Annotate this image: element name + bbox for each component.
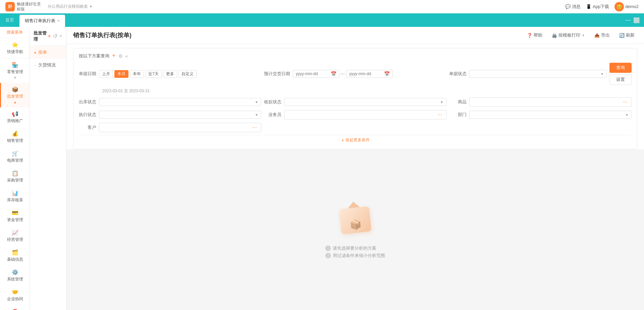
scheme-settings-icon[interactable]: ⚙: [118, 53, 123, 59]
date-range-display: 2023-03-01 至 2023-03-31: [79, 88, 632, 94]
payment-arrow-icon: ▼: [440, 100, 443, 104]
sidebar-item-marketing[interactable]: 📢 营销推广: [0, 107, 29, 127]
minimize-button[interactable]: —: [625, 17, 631, 23]
sidebar-item-inventory[interactable]: 📊 库存核算: [0, 187, 29, 206]
tab-window-actions: — ⬜: [625, 17, 644, 23]
product-input[interactable]: [472, 100, 622, 104]
expected-date-end-input[interactable]: [349, 71, 383, 76]
exec-status-label: 执行状态: [79, 112, 99, 118]
sidebar-item-sales[interactable]: 💰 销售管理: [0, 127, 29, 147]
filter-item-customer: 客户 ···: [79, 123, 261, 132]
period-btn-custom[interactable]: 自定义: [178, 70, 197, 78]
query-btn-group: 查询 设置: [609, 63, 632, 85]
customer-input-wrap: ···: [99, 123, 261, 132]
empty-tips: 1 请先选择要分析的方案 2 用过滤条件来缩小分析范围: [325, 245, 385, 259]
payment-select-wrap: ▼: [284, 98, 446, 106]
product-label: 商品: [449, 99, 469, 105]
tab-home[interactable]: 首页: [0, 13, 19, 27]
refresh-icon: 🔄: [619, 33, 625, 38]
maximize-button[interactable]: ⬜: [633, 17, 640, 23]
page-title: 销售订单执行表(按单): [73, 31, 131, 39]
doc-status-select[interactable]: [472, 71, 599, 76]
date-controls: 上月 本月 本年 近7天 更多 自定义: [99, 70, 261, 78]
sidebar-section: 🏪 零售管理 ▼ 📦 批发管理 ▲ 📢 营销推广 💰 销售管理 🛒 电商管理: [0, 58, 29, 310]
user-menu[interactable]: 😊 demo2: [614, 2, 639, 11]
sub-sidebar-refresh-icon[interactable]: ↺: [53, 33, 57, 40]
empty-box-icon: 📦: [349, 218, 362, 230]
query-button[interactable]: 查询: [609, 63, 632, 73]
exec-status-select-wrap: ▼: [99, 111, 261, 119]
sidebar-item-finance[interactable]: 💳 资金管理: [0, 206, 29, 226]
app-download-button[interactable]: 📱 App下载: [586, 4, 609, 10]
filter-item-product: 商品 ···: [449, 97, 632, 107]
filter-row-3: 执行状态 ▼ 业务员 ··· 部门: [79, 110, 632, 119]
refresh-button[interactable]: 🔄 刷新: [616, 31, 637, 40]
sidebar: 搜索菜单 ⭐ 快捷导航 🏪 零售管理 ▼ 📦 批发管理 ▲ 📢 营销推广 💰: [0, 27, 30, 310]
period-btn-this-month[interactable]: 本月: [114, 70, 128, 78]
sidebar-item-basic[interactable]: 🗂️ 基础信息: [0, 246, 29, 266]
logo-text: 畅捷通好生意 标版: [17, 2, 41, 11]
sidebar-item-system[interactable]: ⚙️ 系统管理: [0, 266, 29, 286]
logo-icon: 好: [5, 2, 15, 11]
sidebar-item-newbie[interactable]: 🎯 新手引导: [0, 305, 29, 310]
filter-row-4: 客户 ···: [79, 123, 632, 132]
calendar-start-icon[interactable]: 📅: [331, 71, 336, 76]
sub-sidebar-item-debt[interactable]: ○ 欠货情况: [30, 59, 66, 71]
collapse-button[interactable]: ∧ 收起更多条件: [79, 135, 632, 145]
payment-status-label: 收款状态: [264, 99, 284, 105]
filter-section: 按以下方案查询 + ⚙ « 单据日期 上月 本月 本年: [66, 44, 644, 149]
sidebar-item-wholesale[interactable]: 📦 批发管理 ▲: [0, 83, 29, 107]
top-right-actions: 💬 消息 📱 App下载 😊 demo2: [565, 2, 639, 11]
salesperson-input[interactable]: [287, 112, 436, 117]
settings-button[interactable]: 设置: [609, 74, 632, 85]
sidebar-item-purchase[interactable]: 📋 采购管理: [0, 167, 29, 187]
tip2-num: 2: [325, 253, 331, 258]
shortcut-icon: ⭐: [12, 42, 18, 48]
tab-sales-order[interactable]: 销售订单执行表 ×: [19, 15, 65, 27]
sub-sidebar-collapse-icon[interactable]: «: [59, 33, 62, 40]
sidebar-search[interactable]: 搜索菜单: [0, 27, 29, 38]
message-button[interactable]: 💬 消息: [565, 4, 581, 10]
salesperson-input-wrap: ···: [284, 110, 446, 119]
help-button[interactable]: ❓ 帮助: [524, 31, 545, 40]
sub-sidebar-add-icon[interactable]: +: [48, 33, 51, 40]
exec-status-select[interactable]: [102, 112, 254, 117]
empty-illustration: 📦: [332, 201, 379, 241]
tab-close-icon[interactable]: ×: [57, 18, 60, 23]
customer-more-icon[interactable]: ···: [251, 124, 258, 131]
sidebar-item-operation[interactable]: 📈 经营管理: [0, 226, 29, 246]
logo-area: 好 畅捷通好生意 标版: [5, 2, 41, 11]
empty-box-lid: [347, 201, 360, 208]
period-btn-more[interactable]: 更多: [163, 70, 177, 78]
filter-row-4-empty-col3: [449, 123, 632, 132]
breadcrumb-arrow-icon[interactable]: ▼: [89, 5, 93, 8]
sidebar-item-enterprise[interactable]: 🤝 企业协同: [0, 286, 29, 305]
scheme-collapse-icon[interactable]: «: [125, 53, 128, 59]
department-select[interactable]: [472, 112, 624, 117]
payment-status-select[interactable]: [287, 100, 439, 104]
main-layout: 搜索菜单 ⭐ 快捷导航 🏪 零售管理 ▼ 📦 批发管理 ▲ 📢 营销推广 💰: [0, 27, 644, 310]
sub-sidebar-item-order[interactable]: ● 按单: [30, 46, 66, 59]
content-area: 销售订单执行表(按单) ❓ 帮助 🖨️ 按模板打印 ▼ 📤 导出 🔄 刷新: [66, 27, 644, 310]
customer-input[interactable]: [102, 125, 251, 130]
scheme-add-icon[interactable]: +: [112, 52, 116, 59]
sidebar-item-ecommerce[interactable]: 🛒 电商管理: [0, 147, 29, 167]
sidebar-item-shortcut[interactable]: ⭐ 快捷导航: [0, 38, 29, 58]
expected-date-label: 预计交货日期: [264, 71, 293, 77]
doc-status-arrow-icon: ▼: [600, 72, 604, 76]
help-icon: ❓: [527, 33, 532, 38]
sub-sidebar: 批发管理 + ↺ « ● 按单 ○ 欠货情况: [30, 27, 66, 310]
print-button[interactable]: 🖨️ 按模板打印 ▼: [549, 31, 588, 40]
period-btn-this-year[interactable]: 本年: [130, 70, 144, 78]
calendar-end-icon[interactable]: 📅: [384, 71, 390, 76]
salesperson-more-icon[interactable]: ···: [436, 112, 443, 118]
expected-date-start-input[interactable]: [296, 71, 329, 76]
period-btn-last-month[interactable]: 上月: [99, 70, 113, 78]
product-more-icon[interactable]: ···: [622, 99, 629, 105]
shipment-status-select[interactable]: [102, 100, 254, 104]
sidebar-item-retail[interactable]: 🏪 零售管理 ▼: [0, 58, 29, 83]
export-button[interactable]: 📤 导出: [592, 31, 612, 40]
print-arrow-icon: ▼: [582, 34, 585, 37]
period-btn-7days[interactable]: 近7天: [145, 70, 162, 78]
filter-section-inner: 按以下方案查询 + ⚙ « 单据日期 上月 本月 本年: [73, 48, 637, 149]
